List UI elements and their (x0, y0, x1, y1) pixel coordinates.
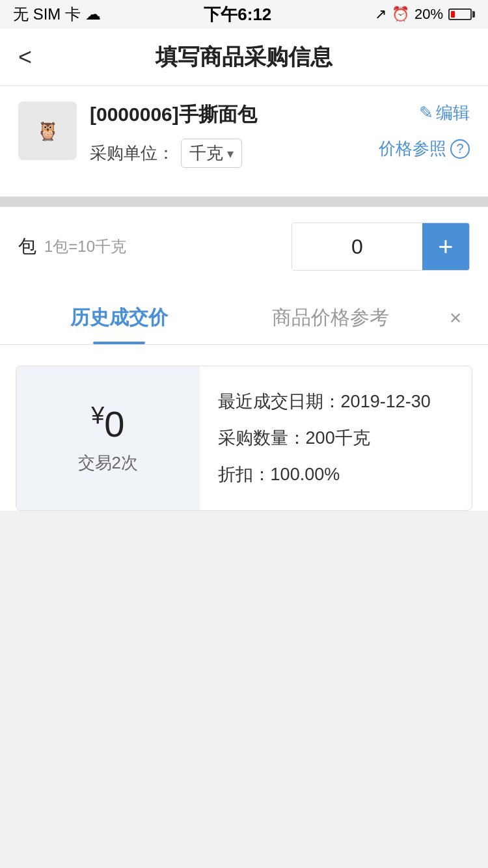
product-actions: ✎ 编辑 价格参照 ? (379, 102, 470, 160)
tabs: 历史成交价 商品价格参考 × (0, 286, 488, 345)
unit-select[interactable]: 千克 ▾ (181, 139, 242, 168)
price-ref-label: 价格参照 (379, 137, 446, 160)
history-card: ¥0 交易2次 最近成交日期：2019-12-30 采购数量：200千克 折扣：… (16, 366, 472, 511)
discount-value: 100.00% (271, 465, 340, 484)
status-left: 无 SIM 卡 ☁ (13, 4, 101, 25)
tab-history-price[interactable]: 历史成交价 (13, 286, 224, 344)
edit-button[interactable]: ✎ 编辑 (419, 102, 470, 124)
history-trade-count: 交易2次 (78, 452, 138, 474)
edit-icon: ✎ (419, 103, 433, 123)
tab-close-button[interactable]: × (436, 299, 475, 338)
recent-date-label: 最近成交日期： (218, 392, 341, 411)
quantity-row-detail: 采购数量：200千克 (218, 426, 454, 451)
quantity-detail-label: 采购数量： (218, 428, 306, 448)
battery-icon (448, 8, 475, 20)
unit-arrow-icon: ▾ (227, 146, 234, 161)
bottom-panel: 历史成交价 商品价格参考 × ¥0 交易2次 最近成交日期：2019-12-30… (0, 286, 488, 511)
product-name: [0000006]手撕面包 (90, 102, 257, 128)
discount-row: 折扣：100.00% (218, 463, 454, 487)
history-price-display: ¥0 (91, 402, 124, 445)
tab-product-price-ref[interactable]: 商品价格参考 (224, 286, 436, 344)
quantity-row: 包 1包=10千克 + (0, 207, 488, 286)
edit-label: 编辑 (436, 102, 470, 124)
alarm-icon: ⏰ (392, 6, 409, 23)
quantity-label: 包 1包=10千克 (18, 234, 126, 259)
unit-label: 采购单位： (90, 142, 174, 165)
product-thumbnail: 🦉 (18, 102, 77, 160)
product-thumb-icon: 🦉 (36, 120, 59, 142)
page-title: 填写商品采购信息 (156, 42, 332, 72)
status-right: ↗ ⏰ 20% (375, 6, 475, 23)
back-button[interactable]: < (18, 44, 32, 71)
product-unit-row: 采购单位： 千克 ▾ (90, 139, 257, 168)
product-header: 🦉 [0000006]手撕面包 采购单位： 千克 ▾ ✎ 编辑 (18, 102, 470, 168)
product-info: [0000006]手撕面包 采购单位： 千克 ▾ (90, 102, 257, 168)
status-time: 下午6:12 (204, 3, 271, 26)
quantity-unit-label: 包 (18, 234, 36, 259)
quantity-controls: + (291, 223, 470, 271)
location-icon: ↗ (375, 6, 386, 23)
status-bar: 无 SIM 卡 ☁ 下午6:12 ↗ ⏰ 20% (0, 0, 488, 29)
quantity-input[interactable] (292, 223, 422, 270)
section-divider (0, 197, 488, 207)
product-card: 🦉 [0000006]手撕面包 采购单位： 千克 ▾ ✎ 编辑 (0, 86, 488, 197)
discount-label: 折扣： (218, 465, 271, 484)
price-ref-icon: ? (450, 139, 470, 159)
history-details-section: 最近成交日期：2019-12-30 采购数量：200千克 折扣：100.00% (200, 366, 472, 510)
quantity-detail-value: 200千克 (306, 428, 370, 448)
history-price-value: 0 (104, 403, 124, 444)
quantity-plus-button[interactable]: + (422, 223, 469, 270)
battery-percent: 20% (414, 6, 443, 23)
price-ref-button[interactable]: 价格参照 ? (379, 137, 470, 160)
header: < 填写商品采购信息 (0, 29, 488, 86)
currency-symbol: ¥ (91, 402, 104, 429)
quantity-unit-hint: 1包=10千克 (44, 236, 126, 257)
history-price-section: ¥0 交易2次 (16, 366, 200, 510)
recent-date-value: 2019-12-30 (341, 392, 431, 411)
unit-value: 千克 (189, 142, 223, 165)
sim-signal-text: 无 SIM 卡 ☁ (13, 4, 101, 25)
recent-date-row: 最近成交日期：2019-12-30 (218, 390, 454, 414)
product-left: 🦉 [0000006]手撕面包 采购单位： 千克 ▾ (18, 102, 257, 168)
main-background (0, 532, 488, 868)
